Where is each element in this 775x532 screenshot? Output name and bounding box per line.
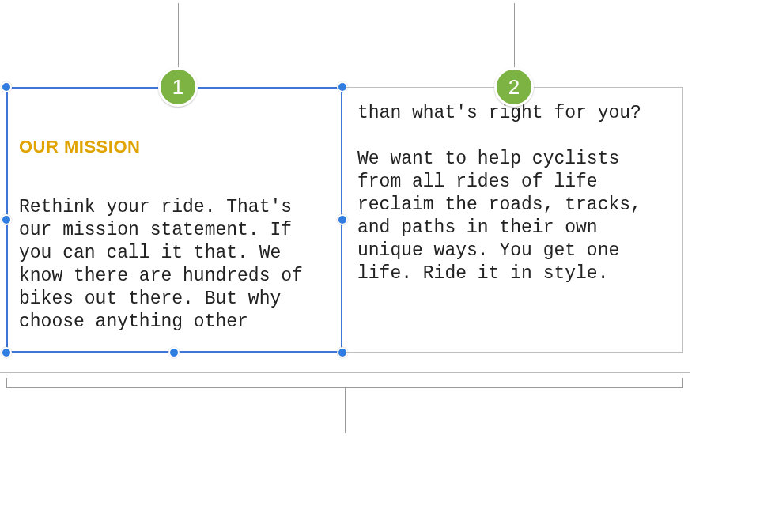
text-box-1[interactable]: OUR MISSION Rethink your ride. That's ou… [6, 87, 342, 353]
document-canvas: OUR MISSION Rethink your ride. That's ou… [0, 81, 690, 373]
callout-badge-1: 1 [158, 67, 198, 107]
text-box-2-para2: We want to help cyclists from all rides … [357, 148, 671, 285]
selection-handle-bl[interactable] [1, 347, 12, 358]
selection-handle-bm[interactable] [168, 347, 180, 358]
callout-badge-2: 2 [494, 67, 534, 107]
callout-badge-2-label: 2 [508, 75, 520, 99]
text-box-1-body: Rethink your ride. That's our mission st… [19, 196, 330, 334]
selection-handle-ml[interactable] [1, 214, 12, 225]
section-heading: OUR MISSION [19, 136, 330, 158]
callout-brace-bottom [6, 387, 683, 388]
selection-handle-tl[interactable] [1, 81, 12, 92]
diagram-stage: 1 2 OUR MISSION Rethink your ride. That'… [0, 0, 775, 532]
text-box-2[interactable]: than what's right for you? We want to he… [346, 87, 683, 353]
callout-badge-1-label: 1 [172, 75, 183, 99]
callout-brace-stem [345, 387, 346, 433]
